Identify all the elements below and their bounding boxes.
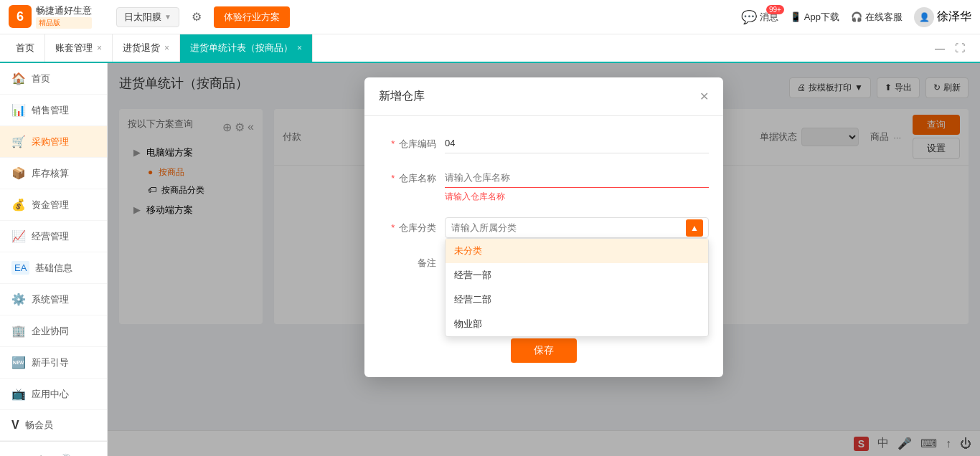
- warehouse-name-input[interactable]: [445, 168, 709, 188]
- sidebar-item-basic[interactable]: EA 基础信息: [0, 252, 107, 284]
- phone-icon: 📱: [790, 11, 801, 22]
- code-input-control: [445, 133, 709, 153]
- notification-area[interactable]: 💬 99+ 消息: [741, 9, 778, 25]
- finance-icon: 💰: [11, 198, 26, 212]
- sidebar-sound-icon[interactable]: 🔊: [57, 453, 72, 456]
- sidebar-item-guide[interactable]: 🆕 新手引导: [0, 347, 107, 379]
- message-icon: 💬: [741, 9, 757, 25]
- dropdown-item-dept1[interactable]: 经营一部: [446, 263, 708, 288]
- user-avatar-area[interactable]: 👤 徐泽华: [914, 7, 971, 27]
- required-mark-cat: *: [391, 222, 395, 233]
- top-header: 6 畅捷通好生意 精品版 日太阳膜 ▼ ⚙ 体验行业方案 💬 99+ 消息 📱 …: [0, 0, 980, 34]
- name-input-control: 请输入仓库名称: [445, 168, 709, 203]
- purchase-icon: 🛒: [11, 135, 26, 148]
- trial-button[interactable]: 体验行业方案: [214, 6, 290, 28]
- logo-area: 6 畅捷通好生意 精品版: [9, 5, 116, 29]
- category-dropdown-list: 未分类 经营一部 经营二部 物业部: [445, 238, 709, 337]
- search-selector[interactable]: 日太阳膜 ▼: [116, 7, 179, 27]
- category-select-control: ▲ 未分类 经营一部 经营二部 物业部: [445, 217, 709, 238]
- search-value: 日太阳膜: [124, 11, 161, 24]
- avatar: 👤: [914, 7, 934, 27]
- system-icon: ⚙️: [11, 293, 26, 306]
- required-mark-name: *: [391, 173, 395, 184]
- tab-home[interactable]: 首页: [6, 34, 45, 62]
- sidebar-settings-icon[interactable]: ⚙: [36, 453, 46, 456]
- modal-close-button[interactable]: ✕: [699, 90, 709, 103]
- headset-icon: 🎧: [851, 11, 862, 22]
- sidebar-item-finance[interactable]: 💰 资金管理: [0, 189, 107, 221]
- tab-expand-btn[interactable]: ⛶: [951, 39, 969, 57]
- name-label: * 仓库名称: [379, 168, 436, 185]
- operations-icon: 📈: [11, 229, 26, 243]
- form-group-category: * 仓库分类 ▲ 未分类: [379, 217, 709, 238]
- sidebar-item-system[interactable]: ⚙️ 系统管理: [0, 284, 107, 315]
- main-layout: 🏠 首页 📊 销售管理 🛒 采购管理 📦 库存核算 💰 资金管理 📈 经营管理 …: [0, 63, 980, 456]
- notif-badge: 99+: [766, 5, 784, 14]
- settings-icon[interactable]: ⚙: [185, 6, 208, 29]
- tab-purchase-stats-close[interactable]: ×: [297, 43, 302, 53]
- user-icon: 👤: [919, 12, 930, 22]
- modal-overlay: 新增仓库 ✕ * 仓库编码: [108, 63, 980, 456]
- name-error-msg: 请输入仓库名称: [445, 191, 709, 203]
- inventory-icon: 📦: [11, 166, 26, 180]
- dropdown-item-none[interactable]: 未分类: [446, 239, 708, 263]
- tab-accounts[interactable]: 账套管理 ×: [45, 34, 113, 62]
- category-label: * 仓库分类: [379, 217, 436, 234]
- sidebar-item-home[interactable]: 🏠 首页: [0, 63, 107, 95]
- tab-minimize-btn[interactable]: —: [931, 39, 948, 57]
- tab-controls: — ⛶: [925, 34, 974, 62]
- sidebar-item-sales[interactable]: 📊 销售管理: [0, 95, 107, 126]
- chevron-down-icon: ▼: [164, 13, 171, 21]
- code-label: * 仓库编码: [379, 133, 436, 151]
- chevron-up-icon: ▲: [690, 223, 699, 233]
- required-mark: *: [391, 138, 395, 149]
- guide-icon: 🆕: [11, 356, 26, 369]
- dropdown-item-dept2[interactable]: 经营二部: [446, 288, 708, 312]
- modal-header: 新增仓库 ✕: [364, 77, 723, 116]
- apps-icon: 📺: [11, 387, 26, 401]
- sidebar-item-enterprise[interactable]: 🏢 企业协同: [0, 315, 107, 347]
- sidebar-item-apps[interactable]: 📺 应用中心: [0, 379, 107, 410]
- form-group-code: * 仓库编码: [379, 133, 709, 153]
- tab-accounts-close[interactable]: ×: [97, 43, 102, 53]
- modal-body: * 仓库编码 * 仓库名称: [364, 116, 723, 330]
- save-button[interactable]: 保存: [511, 338, 577, 363]
- vip-icon: V: [11, 419, 19, 432]
- sidebar-bottom: ⚙ 🔊: [0, 441, 107, 456]
- app-logo-icon: 6: [9, 5, 32, 28]
- tab-purchase-stats[interactable]: 进货单统计表（按商品） ×: [180, 34, 313, 62]
- home-icon: 🏠: [11, 72, 26, 85]
- brand-name: 畅捷通好生意: [36, 5, 92, 17]
- brand-badge: 精品版: [36, 17, 92, 29]
- warehouse-code-input[interactable]: [445, 133, 709, 153]
- dropdown-item-dept3[interactable]: 物业部: [446, 312, 708, 336]
- tab-bar: 首页 账套管理 × 进货退货 × 进货单统计表（按商品） × — ⛶: [0, 34, 980, 63]
- sidebar-item-inventory[interactable]: 📦 库存核算: [0, 158, 107, 189]
- new-warehouse-modal: 新增仓库 ✕ * 仓库编码: [364, 77, 723, 377]
- form-group-name: * 仓库名称 请输入仓库名称: [379, 168, 709, 203]
- sidebar: 🏠 首页 📊 销售管理 🛒 采购管理 📦 库存核算 💰 资金管理 📈 经营管理 …: [0, 63, 108, 456]
- content-area: 进货单统计（按商品） 🖨 按模板打印 ▼ ⬆ 导出 ↻ 刷新: [108, 63, 980, 456]
- enterprise-icon: 🏢: [11, 324, 26, 338]
- modal-title: 新增仓库: [379, 89, 425, 104]
- category-select-wrapper: ▲: [445, 217, 709, 238]
- notes-label: 备注: [379, 252, 436, 270]
- sidebar-item-purchase[interactable]: 🛒 采购管理: [0, 126, 107, 158]
- header-search-area: 日太阳膜 ▼ ⚙ 体验行业方案: [116, 6, 741, 29]
- header-right: 💬 99+ 消息 📱 App下载 🎧 在线客服 👤 徐泽华: [741, 7, 971, 27]
- sidebar-item-vip[interactable]: V 畅会员: [0, 410, 107, 441]
- category-select-input[interactable]: [445, 217, 709, 238]
- online-service-link[interactable]: 🎧 在线客服: [851, 11, 903, 24]
- basic-info-icon: EA: [11, 261, 29, 275]
- sales-icon: 📊: [11, 103, 26, 117]
- app-download-link[interactable]: 📱 App下载: [790, 11, 839, 24]
- category-dropdown-toggle[interactable]: ▲: [686, 219, 703, 237]
- username-label: 徐泽华: [937, 9, 971, 24]
- tab-purchase-return[interactable]: 进货退货 ×: [113, 34, 180, 62]
- sidebar-item-operations[interactable]: 📈 经营管理: [0, 221, 107, 252]
- tab-purchase-return-close[interactable]: ×: [164, 43, 169, 53]
